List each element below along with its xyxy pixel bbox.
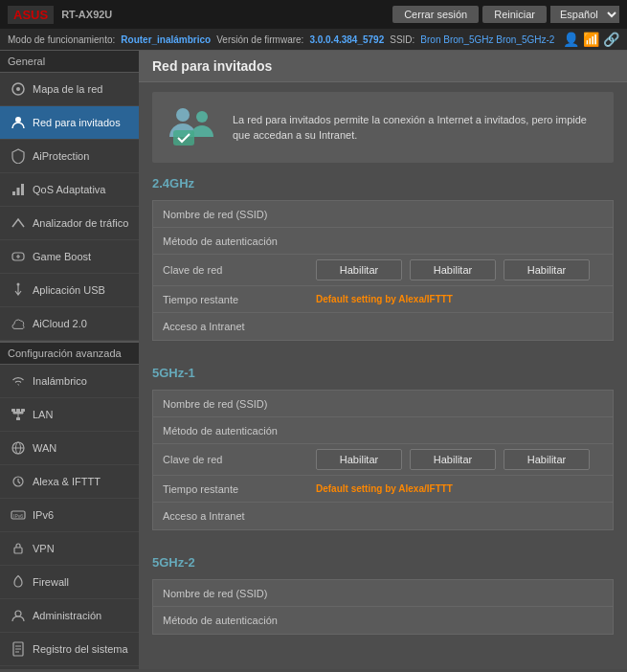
sidebar-item-wireless[interactable]: Inalámbrico: [0, 365, 139, 398]
section-5ghz2-header: 5GHz-2: [152, 555, 614, 573]
sidebar-item-aiprotection[interactable]: AiProtection: [0, 140, 139, 173]
svg-point-21: [196, 111, 208, 123]
traffic-icon: [10, 214, 27, 232]
sidebar-label-qos: QoS Adaptativa: [33, 184, 105, 195]
main-content: La red para invitados permite la conexió…: [139, 82, 627, 654]
ssid-values: Bron Bron_5GHz Bron_5GHz-2: [420, 34, 554, 45]
shield-icon: [10, 147, 27, 165]
intranet-label-24: Acceso a Intranet: [163, 321, 316, 332]
ssid-label-5g2: Nombre de red (SSID): [163, 588, 316, 599]
qos-icon: [10, 181, 27, 198]
enable-btn-24-3[interactable]: Habilitar: [504, 259, 590, 280]
field-key-5g1: Clave de red Habilitar Habilitar Habilit…: [153, 444, 613, 476]
sidebar-label-usb: Aplicación USB: [33, 284, 105, 296]
field-auth-5g2: Método de autenticación: [153, 607, 613, 634]
statusbar: Modo de funcionamiento: Router_inalámbri…: [0, 29, 627, 51]
ssid-label-5g1: Nombre de red (SSID): [163, 398, 316, 410]
main-content-area: Red para invitados La: [139, 51, 627, 669]
sidebar-label-log: Registro del sistema: [33, 643, 128, 655]
sidebar-label-gameboost: Game Boost: [33, 251, 91, 262]
sidebar: General Mapa de la red Red para invitado…: [0, 51, 139, 669]
svg-rect-4: [17, 188, 20, 195]
sidebar-label-firewall: Firewall: [33, 576, 69, 588]
svg-rect-22: [173, 130, 194, 146]
time-value-24: Default setting by Alexa/IFTTT: [316, 294, 603, 304]
enable-btn-5g1-1[interactable]: Habilitar: [316, 449, 402, 470]
wireless-icon: [10, 372, 27, 390]
intranet-label-5g1: Acceso a Intranet: [163, 510, 316, 522]
field-key-24: Clave de red Habilitar Habilitar Habilit…: [153, 255, 613, 286]
sidebar-label-aiprotection: AiProtection: [33, 150, 89, 162]
section-24ghz: Nombre de red (SSID) Método de autentica…: [152, 200, 614, 341]
sidebar-item-network-map[interactable]: Mapa de la red: [0, 73, 139, 106]
fw-label: Versión de firmware:: [216, 34, 303, 45]
section-5ghz1: Nombre de red (SSID) Método de autentica…: [152, 390, 614, 530]
time-label-5g1: Tiempo restante: [163, 483, 316, 495]
svg-rect-17: [14, 548, 22, 553]
language-select[interactable]: Español: [550, 6, 619, 23]
sidebar-item-firewall[interactable]: Firewall: [0, 566, 139, 599]
sidebar-label-admin: Administración: [33, 610, 101, 621]
sidebar-item-wan[interactable]: WAN: [0, 432, 139, 465]
ipv6-icon: IPv6: [10, 506, 27, 524]
sidebar-item-traffic[interactable]: Analizador de tráfico: [0, 207, 139, 240]
alexa-icon: [10, 473, 27, 490]
sidebar-item-admin[interactable]: Administración: [0, 599, 139, 633]
time-label-24: Tiempo restante: [163, 294, 316, 305]
section-24ghz-header: 2.4GHz: [152, 176, 614, 194]
page-title: Red para invitados: [152, 58, 614, 74]
sidebar-item-ipv6[interactable]: IPv6 IPv6: [0, 499, 139, 532]
sidebar-label-traffic: Analizador de tráfico: [33, 217, 128, 229]
sidebar-label-vpn: VPN: [33, 543, 55, 554]
svg-point-18: [15, 611, 21, 616]
time-value-5g1: Default setting by Alexa/IFTTT: [316, 483, 603, 494]
sidebar-label-alexa: Alexa & IFTTT: [33, 476, 101, 487]
sidebar-item-aicloud[interactable]: AiCloud 2.0: [0, 307, 139, 341]
sidebar-item-vpn[interactable]: VPN: [0, 532, 139, 566]
sidebar-item-guest-network[interactable]: Red para invitados: [0, 106, 139, 140]
svg-point-7: [17, 283, 20, 286]
field-ssid-5g1: Nombre de red (SSID): [153, 391, 613, 417]
network-map-icon: [10, 80, 27, 98]
link-icon: 🔗: [603, 32, 619, 47]
enable-btn-5g1-2[interactable]: Habilitar: [410, 449, 496, 470]
enable-btn-24-2[interactable]: Habilitar: [410, 259, 496, 280]
field-time-24: Tiempo restante Default setting by Alexa…: [153, 286, 613, 313]
info-box: La red para invitados permite la conexió…: [152, 92, 614, 163]
enable-btn-24-1[interactable]: Habilitar: [316, 259, 402, 280]
sidebar-label-ipv6: IPv6: [33, 509, 54, 521]
auth-label-5g1: Método de autenticación: [163, 425, 316, 437]
sidebar-item-alexa[interactable]: Alexa & IFTTT: [0, 465, 139, 499]
close-session-button[interactable]: Cerrar sesión: [392, 6, 479, 23]
sidebar-item-log[interactable]: Registro del sistema: [0, 633, 139, 666]
cloud-icon: [10, 315, 27, 332]
svg-rect-10: [21, 409, 25, 412]
sidebar-label-wireless: Inalámbrico: [33, 375, 87, 387]
field-auth-24: Método de autenticación: [153, 228, 613, 255]
sidebar-label-aicloud: AiCloud 2.0: [33, 318, 87, 329]
svg-rect-9: [16, 409, 20, 412]
log-icon: [10, 640, 27, 658]
mode-label: Modo de funcionamiento:: [8, 34, 115, 45]
sidebar-item-lan[interactable]: LAN: [0, 398, 139, 432]
alexa-text-5g1: Default setting by Alexa/IFTTT: [316, 483, 453, 494]
restart-button[interactable]: Reiniciar: [482, 6, 547, 23]
sidebar-adv-header: Configuración avanzada: [0, 341, 139, 365]
svg-point-20: [176, 108, 190, 122]
sidebar-item-gameboost[interactable]: Game Boost: [0, 240, 139, 274]
sidebar-label-lan: LAN: [33, 409, 53, 420]
ssid-label: SSID:: [390, 34, 414, 45]
auth-label-24: Método de autenticación: [163, 235, 316, 247]
sidebar-item-qos[interactable]: QoS Adaptativa: [0, 173, 139, 207]
svg-rect-5: [21, 184, 24, 195]
sidebar-item-tools[interactable]: Herramientas de red: [0, 666, 139, 669]
svg-rect-11: [16, 417, 20, 420]
field-intranet-5g1: Acceso a Intranet: [153, 503, 613, 529]
field-ssid-24: Nombre de red (SSID): [153, 201, 613, 228]
sidebar-item-usb[interactable]: Aplicación USB: [0, 274, 139, 307]
enable-btn-5g1-3[interactable]: Habilitar: [504, 449, 590, 470]
asus-logo: ASUS: [8, 6, 54, 24]
section-5ghz2: Nombre de red (SSID) Método de autentica…: [152, 579, 614, 635]
alexa-text-24: Default setting by Alexa/IFTTT: [316, 294, 453, 304]
svg-rect-8: [11, 409, 15, 412]
